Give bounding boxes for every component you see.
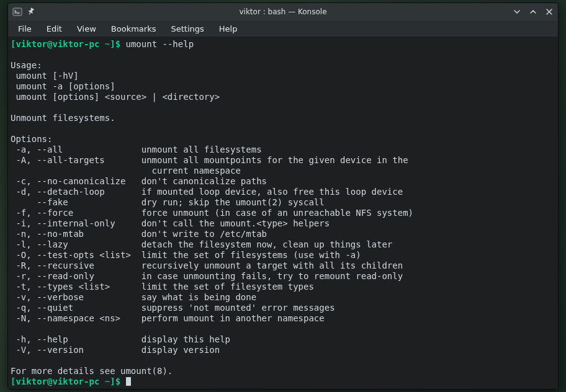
- maximize-button[interactable]: [528, 7, 538, 17]
- prompt-sigil-2: $: [115, 376, 120, 386]
- prompt-sigil: $: [115, 39, 120, 49]
- menubar: File Edit View Bookmarks Settings Help: [8, 20, 558, 37]
- prompt-sep-2: [99, 376, 104, 386]
- minimize-button[interactable]: [512, 7, 522, 17]
- prompt-user-2: viktor: [16, 376, 47, 386]
- window-title: viktor : bash — Konsole: [8, 7, 558, 16]
- prompt-cwd: ~: [105, 39, 110, 49]
- menu-settings[interactable]: Settings: [163, 22, 211, 35]
- prompt-sep: [99, 39, 104, 49]
- menu-view[interactable]: View: [70, 22, 104, 35]
- prompt-host: viktor-pc: [52, 39, 99, 49]
- cursor: [126, 377, 131, 386]
- prompt-host-2: viktor-pc: [52, 376, 99, 386]
- menu-bookmarks[interactable]: Bookmarks: [104, 22, 164, 35]
- terminal-output[interactable]: [viktor@viktor-pc ~]$ umount --help Usag…: [8, 37, 558, 389]
- prompt-close-bracket-2: ]: [110, 376, 115, 386]
- prompt-user: viktor: [16, 39, 47, 49]
- app-terminal-icon: [12, 6, 23, 17]
- command-text: umount --help: [126, 39, 194, 49]
- menu-help[interactable]: Help: [212, 22, 245, 35]
- menu-file[interactable]: File: [11, 22, 39, 35]
- command-output: Usage: umount [-hV] umount -a [options] …: [11, 60, 413, 376]
- konsole-window: viktor : bash — Konsole File Edit View B…: [7, 2, 559, 390]
- titlebar: viktor : bash — Konsole: [8, 3, 558, 20]
- pin-icon[interactable]: [27, 7, 35, 16]
- prompt-cwd-2: ~: [105, 376, 110, 386]
- prompt-close-bracket: ]: [110, 39, 115, 49]
- menu-edit[interactable]: Edit: [39, 22, 70, 35]
- close-button[interactable]: [544, 7, 554, 17]
- svg-rect-0: [13, 8, 22, 16]
